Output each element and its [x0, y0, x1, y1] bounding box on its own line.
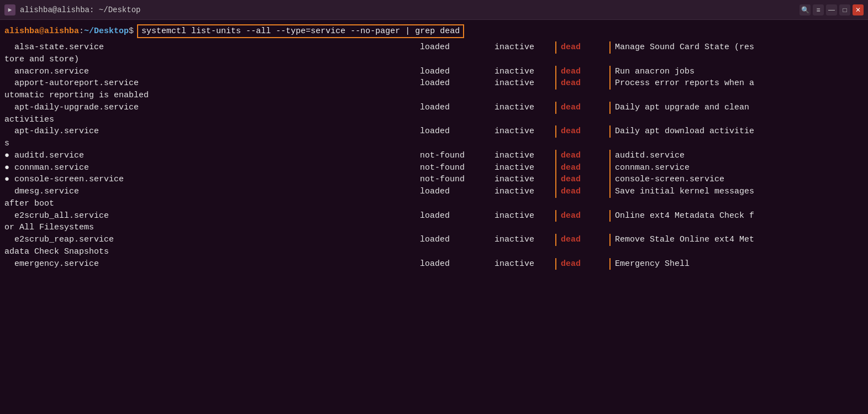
service-name-continuation: s [0, 138, 868, 150]
service-name: e2scrub_all.service [0, 210, 420, 222]
service-sub: dead [555, 150, 611, 162]
service-active: inactive [495, 210, 555, 222]
table-row: anacron.serviceloadedinactivedeadRun ana… [0, 66, 868, 78]
titlebar-title: alishba@alishba: ~/Desktop [20, 6, 140, 14]
service-sub: dead [555, 258, 611, 270]
service-sub: dead [555, 125, 611, 138]
service-row-1: anacron.serviceloadedinactivedeadRun ana… [0, 66, 868, 78]
menu-button[interactable]: ≡ [813, 4, 824, 15]
prompt-host: alishba [44, 27, 79, 36]
service-desc: Daily apt upgrade and clean [611, 102, 868, 114]
service-loaded: loaded [420, 77, 495, 90]
service-desc: Manage Sound Card State (res [611, 41, 868, 54]
service-row-4: apt-daily.serviceloadedinactivedeadDaily… [0, 125, 868, 150]
table-row: ● connman.servicenot-foundinactivedeadco… [0, 162, 868, 174]
service-desc: auditd.service [611, 150, 868, 162]
service-desc: Daily apt download activitie [611, 125, 868, 138]
terminal: alishba @ alishba : ~/Desktop $ systemct… [0, 20, 868, 414]
service-row-9: e2scrub_all.serviceloadedinactivedeadOnl… [0, 210, 868, 234]
service-sub: dead [555, 234, 611, 246]
prompt-user: alishba [4, 27, 39, 36]
service-active: inactive [495, 174, 555, 186]
service-active: inactive [495, 41, 555, 54]
prompt-path: ~/Desktop [84, 27, 129, 36]
table-row: e2scrub_reap.serviceloadedinactivedeadRe… [0, 234, 868, 246]
service-name: ● connman.service [0, 162, 420, 174]
table-row: apt-daily-upgrade.serviceloadedinactived… [0, 102, 868, 114]
service-name: e2scrub_reap.service [0, 234, 420, 246]
service-loaded: not-found [420, 174, 495, 186]
table-row: apport-autoreport.serviceloadedinactived… [0, 77, 868, 90]
service-active: inactive [495, 186, 555, 198]
service-row-0: alsa-state.serviceloadedinactivedeadMana… [0, 41, 868, 66]
service-name: emergency.service [0, 258, 420, 270]
service-name: dmesg.service [0, 186, 420, 198]
service-name-continuation: after boot [0, 198, 868, 210]
service-row-11: emergency.serviceloadedinactivedeadEmerg… [0, 258, 868, 270]
service-loaded: loaded [420, 102, 495, 114]
service-active: inactive [495, 258, 555, 270]
prompt-dollar: $ [129, 27, 134, 36]
service-active: inactive [495, 77, 555, 90]
service-desc: connman.service [611, 162, 868, 174]
service-sub: dead [555, 66, 611, 78]
service-sub: dead [555, 162, 611, 174]
service-desc: Remove Stale Online ext4 Met [611, 234, 868, 246]
service-name-continuation: or All Filesystems [0, 222, 868, 234]
service-name-continuation: adata Check Snapshots [0, 246, 868, 258]
service-sub: dead [555, 186, 611, 198]
service-active: inactive [495, 125, 555, 138]
service-sub: dead [555, 174, 611, 186]
service-table: alsa-state.serviceloadedinactivedeadMana… [0, 41, 868, 270]
service-row-3: apt-daily-upgrade.serviceloadedinactived… [0, 102, 868, 126]
service-desc: Process error reports when a [611, 77, 868, 90]
service-active: inactive [495, 150, 555, 162]
service-loaded: loaded [420, 258, 495, 270]
search-button[interactable]: 🔍 [799, 4, 811, 15]
table-row: ● auditd.servicenot-foundinactivedeadaud… [0, 150, 868, 162]
titlebar: ▶ alishba@alishba: ~/Desktop 🔍 ≡ — □ ✕ [0, 0, 868, 20]
minimize-button[interactable]: — [826, 4, 837, 15]
service-loaded: loaded [420, 186, 495, 198]
service-name: ● console-screen.service [0, 174, 420, 186]
service-active: inactive [495, 102, 555, 114]
service-loaded: not-found [420, 150, 495, 162]
service-active: inactive [495, 234, 555, 246]
prompt-line: alishba @ alishba : ~/Desktop $ systemct… [0, 23, 868, 39]
service-name-continuation: tore and store) [0, 54, 868, 66]
service-name: apt-daily-upgrade.service [0, 102, 420, 114]
maximize-button[interactable]: □ [839, 4, 850, 15]
titlebar-left: ▶ alishba@alishba: ~/Desktop [4, 4, 140, 15]
service-loaded: loaded [420, 210, 495, 222]
service-sub: dead [555, 210, 611, 222]
prompt-command: systemctl list-units --all --type=servic… [137, 24, 464, 38]
service-name: apt-daily.service [0, 125, 420, 138]
table-row: apt-daily.serviceloadedinactivedeadDaily… [0, 125, 868, 138]
service-sub: dead [555, 77, 611, 90]
service-name: anacron.service [0, 66, 420, 78]
service-row-5: ● auditd.servicenot-foundinactivedeadaud… [0, 150, 868, 162]
table-row: e2scrub_all.serviceloadedinactivedeadOnl… [0, 210, 868, 222]
service-desc: console-screen.service [611, 174, 868, 186]
terminal-icon: ▶ [4, 4, 15, 15]
service-active: inactive [495, 66, 555, 78]
table-row: ● console-screen.servicenot-foundinactiv… [0, 174, 868, 186]
service-active: inactive [495, 162, 555, 174]
close-button[interactable]: ✕ [853, 4, 864, 15]
service-desc: Emergency Shell [611, 258, 868, 270]
service-name: apport-autoreport.service [0, 77, 420, 90]
table-row: alsa-state.serviceloadedinactivedeadMana… [0, 41, 868, 54]
service-name: alsa-state.service [0, 41, 420, 54]
service-loaded: loaded [420, 41, 495, 54]
service-loaded: loaded [420, 66, 495, 78]
prompt-at: @ [39, 27, 44, 36]
table-row: emergency.serviceloadedinactivedeadEmerg… [0, 258, 868, 270]
service-sub: dead [555, 102, 611, 114]
service-desc: Save initial kernel messages [611, 186, 868, 198]
service-name-continuation: activities [0, 114, 868, 126]
service-row-10: e2scrub_reap.serviceloadedinactivedeadRe… [0, 234, 868, 258]
prompt-colon: : [79, 27, 84, 36]
service-row-7: ● console-screen.servicenot-foundinactiv… [0, 174, 868, 186]
service-loaded: not-found [420, 162, 495, 174]
service-row-8: dmesg.serviceloadedinactivedeadSave init… [0, 186, 868, 210]
